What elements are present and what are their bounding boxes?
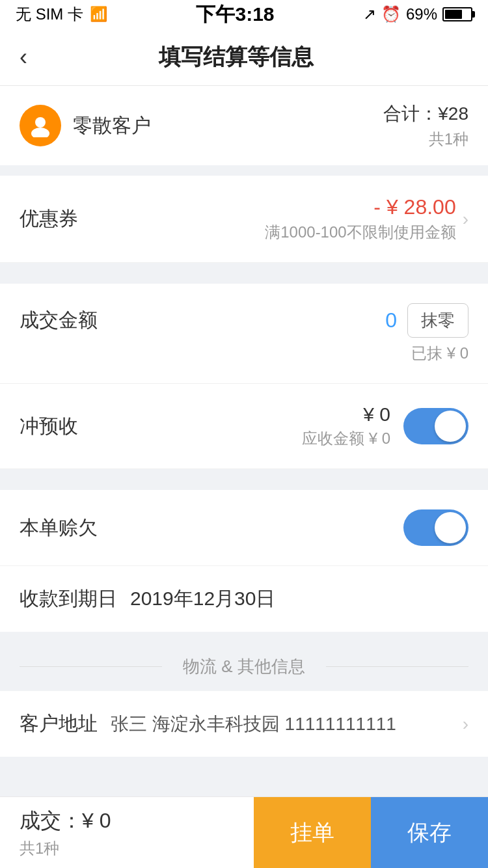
prepay-row: 冲预收 ¥ 0 应收金额 ¥ 0 <box>0 384 488 469</box>
address-row[interactable]: 客户地址 张三 海淀永丰科技园 11111111111 › <box>0 691 488 757</box>
credit-toggle-thumb <box>435 512 466 543</box>
status-bar: 无 SIM 卡 📶 下午3:18 ↗ ⏰ 69% <box>0 0 488 29</box>
nav-bar: ‹ 填写结算等信息 <box>0 29 488 86</box>
bottom-deal-amount: ¥ 0 <box>82 809 111 832</box>
save-button[interactable]: 保存 <box>371 797 488 869</box>
round-zero-button[interactable]: 抹零 <box>407 303 468 338</box>
credit-section: 本单赊欠 收款到期日 2019年12月30日 <box>0 490 488 632</box>
due-date-row: 收款到期日 2019年12月30日 <box>0 566 488 632</box>
due-date-label: 收款到期日 <box>20 586 117 612</box>
bottom-info: 成交：¥ 0 共1种 <box>0 807 254 859</box>
content: 零散客户 合计：¥28 共1种 优惠券 - ¥ 28.00 满1000-100不… <box>0 86 488 845</box>
status-time: 下午3:18 <box>196 1 274 28</box>
logistics-label: 物流 & 其他信息 <box>172 655 316 678</box>
coupon-label: 优惠券 <box>20 206 78 232</box>
divider-2 <box>0 480 488 490</box>
coupon-chevron-icon: › <box>463 209 468 230</box>
amount-section: 成交金额 0 抹零 已抹 ¥ 0 冲预收 ¥ 0 应收金额 ¥ 0 <box>0 284 488 469</box>
battery-icon <box>442 7 472 21</box>
address-label: 客户地址 <box>20 711 98 737</box>
customer-name: 零散客户 <box>73 113 151 139</box>
bottom-deal: 成交：¥ 0 <box>20 807 234 835</box>
carrier-text: 无 SIM 卡 <box>16 4 83 25</box>
page-title: 填写结算等信息 <box>40 42 432 72</box>
prepay-toggle[interactable] <box>403 408 468 444</box>
logistics-line-left <box>20 666 162 667</box>
prepay-right: ¥ 0 应收金额 ¥ 0 <box>302 403 468 449</box>
coupon-sub: 满1000-100不限制使用金额 <box>265 222 455 243</box>
wifi-icon: 📶 <box>90 6 107 23</box>
amount-row: 成交金额 0 抹零 已抹 ¥ 0 <box>0 284 488 384</box>
logistics-header: 物流 & 其他信息 <box>0 642 488 691</box>
due-date-value: 2019年12月30日 <box>130 586 275 612</box>
avatar <box>20 105 61 146</box>
prepay-sub: 应收金额 ¥ 0 <box>302 428 390 449</box>
address-value: 张三 海淀永丰科技园 11111111111 <box>111 712 456 737</box>
amount-input-wrap: 0 抹零 <box>385 303 468 338</box>
battery-percent: 69% <box>406 5 437 23</box>
status-left: 无 SIM 卡 📶 <box>16 4 107 25</box>
hold-button[interactable]: 挂单 <box>254 797 371 869</box>
customer-row: 零散客户 合计：¥28 共1种 <box>0 86 488 165</box>
credit-label: 本单赊欠 <box>20 515 98 541</box>
credit-row: 本单赊欠 <box>0 490 488 566</box>
customer-count: 共1种 <box>383 129 468 150</box>
back-button[interactable]: ‹ <box>20 44 27 71</box>
svg-point-0 <box>35 117 46 128</box>
amount-label: 成交金额 <box>20 307 98 334</box>
bottom-bar: 成交：¥ 0 共1种 挂单 保存 <box>0 796 488 868</box>
coupon-section: 优惠券 - ¥ 28.00 满1000-100不限制使用金额 › <box>0 176 488 263</box>
divider-1 <box>0 273 488 284</box>
customer-left: 零散客户 <box>20 105 151 146</box>
alarm-icon: ⏰ <box>381 5 401 23</box>
coupon-row[interactable]: 优惠券 - ¥ 28.00 满1000-100不限制使用金额 › <box>0 176 488 263</box>
coupon-value: - ¥ 28.00 <box>265 195 455 219</box>
toggle-thumb <box>435 411 466 442</box>
prepay-label: 冲预收 <box>20 413 78 440</box>
amount-row-top: 成交金额 0 抹零 <box>20 303 468 338</box>
address-section: 客户地址 张三 海淀永丰科技园 11111111111 › <box>0 691 488 757</box>
credit-toggle[interactable] <box>403 509 468 546</box>
customer-total: 合计：¥28 <box>383 102 468 126</box>
coupon-right: - ¥ 28.00 满1000-100不限制使用金额 <box>265 195 455 243</box>
bottom-count: 共1种 <box>20 838 234 859</box>
logistics-line-right <box>326 666 468 667</box>
svg-point-1 <box>31 128 49 137</box>
address-chevron-icon: › <box>463 714 468 735</box>
bottom-deal-label: 成交： <box>20 809 82 832</box>
amount-sub: 已抹 ¥ 0 <box>20 343 468 364</box>
location-icon: ↗ <box>363 5 376 23</box>
prepay-amount: ¥ 0 <box>302 403 390 426</box>
prepay-vals: ¥ 0 应收金额 ¥ 0 <box>302 403 390 449</box>
amount-value[interactable]: 0 <box>385 308 397 332</box>
status-right: ↗ ⏰ 69% <box>363 5 472 23</box>
customer-right: 合计：¥28 共1种 <box>383 102 468 150</box>
